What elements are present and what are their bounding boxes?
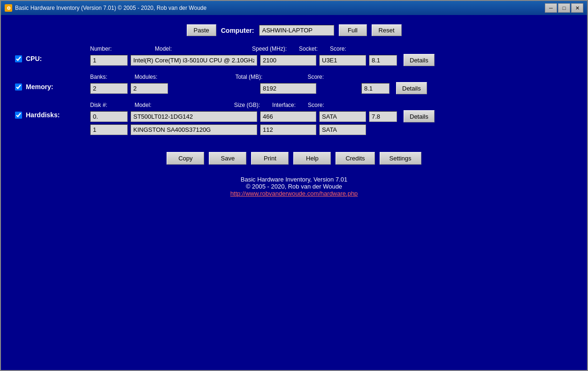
harddisks-label: Harddisks: bbox=[26, 111, 60, 119]
disk-1-interface[interactable] bbox=[319, 124, 366, 135]
cpu-section: CPU: Number: Model: Speed (MHz): Socket: bbox=[15, 45, 573, 66]
title-text: Basic Hardware Inventory (Version 7.01) … bbox=[15, 5, 206, 11]
memory-modules-label: Modules: bbox=[135, 74, 158, 80]
disk-model-label: Model: bbox=[135, 102, 152, 108]
app-icon: ⚙ bbox=[5, 4, 12, 12]
cpu-model-input[interactable] bbox=[130, 55, 257, 66]
settings-button[interactable]: Settings bbox=[380, 152, 421, 165]
cpu-details-button[interactable]: Details bbox=[404, 54, 435, 66]
maximize-button[interactable]: □ bbox=[558, 3, 570, 13]
cpu-model-group-header: Model: bbox=[115, 45, 172, 52]
cpu-checkbox[interactable] bbox=[15, 55, 22, 62]
save-button[interactable]: Save bbox=[209, 152, 246, 165]
help-button[interactable]: Help bbox=[293, 152, 331, 165]
footer-line1: Basic Hardware Inventory, Version 7.01 bbox=[15, 176, 573, 183]
cpu-values-row: Details bbox=[90, 54, 573, 66]
disk-1-model[interactable] bbox=[130, 124, 257, 135]
harddisks-rows-area: Details bbox=[90, 110, 573, 135]
disk-0-number[interactable] bbox=[90, 111, 128, 122]
title-bar: ⚙ Basic Hardware Inventory (Version 7.01… bbox=[1, 1, 587, 15]
footer: Basic Hardware Inventory, Version 7.01 ©… bbox=[15, 176, 573, 197]
copy-button[interactable]: Copy bbox=[167, 152, 204, 165]
cpu-label: CPU: bbox=[26, 55, 42, 62]
disk-row-1 bbox=[90, 124, 573, 135]
disk-row-0: Details bbox=[90, 110, 573, 122]
top-bar: Paste Computer: Full Reset bbox=[15, 24, 573, 36]
memory-score-label: Score: bbox=[307, 74, 324, 80]
close-button[interactable]: ✕ bbox=[571, 3, 583, 13]
disk-0-size[interactable] bbox=[260, 111, 316, 122]
memory-checkbox[interactable] bbox=[15, 83, 22, 91]
memory-label: Memory: bbox=[26, 83, 53, 91]
reset-button[interactable]: Reset bbox=[372, 24, 402, 36]
disk-interface-label: Interface: bbox=[272, 102, 296, 108]
computer-label: Computer: bbox=[221, 27, 254, 34]
disk-details-button[interactable]: Details bbox=[404, 110, 435, 122]
memory-banks-input[interactable] bbox=[90, 83, 128, 94]
disk-0-interface[interactable] bbox=[319, 111, 366, 122]
print-button[interactable]: Print bbox=[251, 152, 289, 165]
memory-total-input[interactable] bbox=[260, 83, 316, 94]
footer-line2: © 2005 - 2020, Rob van der Woude bbox=[15, 183, 573, 190]
cpu-number-group: Number: bbox=[90, 45, 112, 52]
bottom-buttons-area: Copy Save Print Help Credits Settings bbox=[15, 152, 573, 165]
cpu-socket-group-header: Socket: bbox=[290, 45, 318, 52]
title-bar-left: ⚙ Basic Hardware Inventory (Version 7.01… bbox=[5, 4, 206, 12]
harddisks-check-area: Harddisks: bbox=[15, 102, 90, 119]
cpu-check-area: CPU: bbox=[15, 45, 90, 62]
memory-banks-label: Banks: bbox=[90, 74, 107, 80]
disk-1-size[interactable] bbox=[260, 124, 316, 135]
main-window: ⚙ Basic Hardware Inventory (Version 7.01… bbox=[0, 0, 588, 371]
disk-rows: Details bbox=[90, 110, 573, 135]
harddisks-checkbox[interactable] bbox=[15, 112, 22, 119]
cpu-number-label: Number: bbox=[90, 45, 112, 52]
cpu-score-input[interactable] bbox=[369, 55, 397, 66]
disk-score-label: Score: bbox=[308, 102, 324, 108]
cpu-model-label: Model: bbox=[155, 45, 172, 52]
cpu-speed-group-header: Speed (MHz): bbox=[175, 45, 287, 52]
disk-1-number[interactable] bbox=[90, 124, 128, 135]
memory-score-input[interactable] bbox=[361, 83, 389, 94]
cpu-header-row: Number: Model: Speed (MHz): Socket: Scor… bbox=[90, 45, 573, 52]
title-bar-buttons: ─ □ ✕ bbox=[545, 3, 583, 13]
memory-details-button[interactable]: Details bbox=[396, 82, 427, 94]
memory-section: Memory: Banks: Modules: Total (MB): Scor… bbox=[15, 74, 573, 94]
cpu-socket-label: Socket: bbox=[299, 45, 318, 52]
memory-total-label: Total (MB): bbox=[235, 74, 262, 80]
memory-header-row: Banks: Modules: Total (MB): Score: bbox=[90, 74, 573, 80]
footer-link[interactable]: http://www.robvanderwoude.com/hardware.p… bbox=[15, 190, 573, 197]
memory-values-row: Details bbox=[90, 82, 573, 94]
harddisks-body: Disk #: Model: Size (GB): Interface: Sco… bbox=[90, 102, 573, 135]
disk-0-score[interactable] bbox=[369, 111, 397, 122]
harddisks-header-row: Disk #: Model: Size (GB): Interface: Sco… bbox=[90, 102, 573, 108]
cpu-score-group-header: Score: bbox=[321, 45, 346, 52]
disk-size-label: Size (GB): bbox=[234, 102, 260, 108]
cpu-number-input[interactable] bbox=[90, 55, 128, 66]
cpu-speed-label: Speed (MHz): bbox=[252, 45, 287, 52]
content-area: Paste Computer: Full Reset CPU: Number: … bbox=[1, 15, 587, 370]
memory-modules-input[interactable] bbox=[130, 83, 168, 94]
full-button[interactable]: Full bbox=[339, 24, 367, 36]
minimize-button[interactable]: ─ bbox=[545, 3, 557, 13]
disk-number-label: Disk #: bbox=[90, 102, 107, 108]
memory-body: Banks: Modules: Total (MB): Score: Detai… bbox=[90, 74, 573, 94]
memory-check-area: Memory: bbox=[15, 74, 90, 91]
harddisks-section: Harddisks: Disk #: Model: Size (GB): Int… bbox=[15, 102, 573, 135]
credits-button[interactable]: Credits bbox=[336, 152, 374, 165]
cpu-socket-input[interactable] bbox=[319, 55, 366, 66]
cpu-score-label: Score: bbox=[330, 45, 346, 52]
paste-button[interactable]: Paste bbox=[187, 24, 216, 36]
cpu-speed-input[interactable] bbox=[260, 55, 316, 66]
computer-input[interactable] bbox=[259, 25, 334, 36]
disk-0-model[interactable] bbox=[130, 111, 257, 122]
cpu-body: Number: Model: Speed (MHz): Socket: Scor… bbox=[90, 45, 573, 66]
